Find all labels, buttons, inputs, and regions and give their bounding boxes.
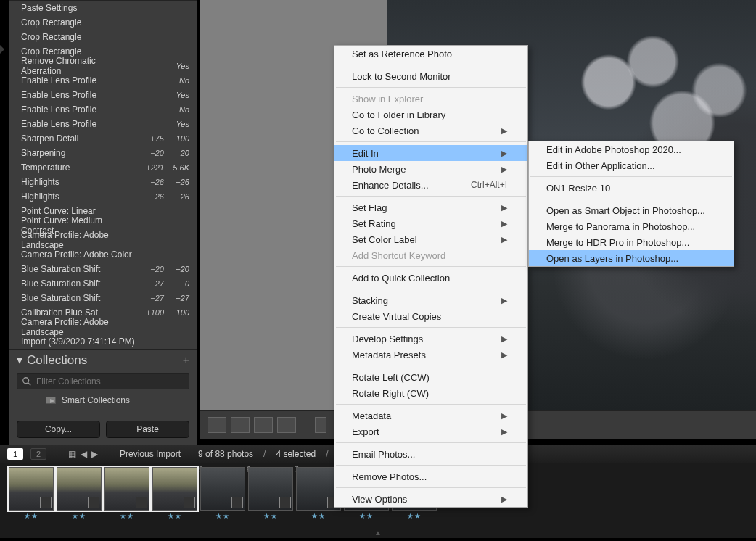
menu-item[interactable]: Add to Quick Collection [334, 270, 527, 286]
history-list[interactable]: Paste Settings Crop Rectangle Crop Recta… [9, 1, 197, 349]
menu-item[interactable]: Rotate Right (CW) [334, 385, 527, 401]
menu-item[interactable]: Open as Layers in Photoshop... [529, 250, 734, 266]
chevron-right-icon: ▶ [480, 495, 507, 504]
history-row[interactable]: Temperature +221 5.6K [9, 160, 197, 175]
previous-import-label[interactable]: Previous Import [120, 449, 181, 459]
menu-item[interactable]: Merge to HDR Pro in Photoshop... [529, 234, 734, 250]
history-label: Blue Saturation Shift [17, 293, 135, 303]
thumb-stars[interactable]: ★★ [311, 512, 326, 520]
thumb-stars[interactable]: ★★ [263, 512, 278, 520]
history-row[interactable]: Enable Lens Profile Yes [9, 117, 197, 131]
thumbnail[interactable] [200, 467, 245, 511]
page-2[interactable]: 2 [30, 448, 46, 460]
menu-item-label: Edit in Other Application... [546, 160, 655, 171]
prev-icon[interactable]: ◀ [81, 449, 87, 459]
thumbnail[interactable] [104, 467, 149, 511]
collections-header[interactable]: ▾ Collections + [9, 349, 197, 371]
history-row[interactable]: Enable Lens Profile No [9, 102, 197, 117]
paste-button[interactable]: Paste [106, 421, 189, 438]
view-mode-loupe[interactable] [208, 417, 226, 433]
menu-item[interactable]: ON1 Resize 10 [529, 180, 734, 196]
thumb-stars[interactable]: ★★ [215, 512, 230, 520]
history-row[interactable]: Enable Lens Profile Yes [9, 88, 197, 102]
menu-item[interactable]: Enhance Details...Ctrl+Alt+I [334, 177, 527, 193]
history-row[interactable]: Remove Chromatic Aberration Yes [9, 59, 197, 73]
next-icon[interactable]: ▶ [91, 449, 98, 459]
history-row[interactable]: Blue Saturation Shift −27 0 [9, 276, 197, 291]
menu-item[interactable]: Set Color Label▶ [334, 231, 527, 247]
resize-handle-bottom[interactable]: ▲ [0, 526, 756, 538]
menu-item-label: Email Photos... [352, 449, 415, 460]
history-row[interactable]: Camera Profile: Adobe Landscape [9, 320, 197, 334]
view-mode-before-after[interactable] [231, 417, 250, 433]
toolbar-checkbox[interactable] [315, 417, 326, 433]
menu-item[interactable]: Metadata▶ [334, 408, 527, 424]
history-prev-value: −26 [135, 178, 164, 186]
menu-item[interactable]: Rotate Left (CCW) [334, 369, 527, 385]
history-row[interactable]: Sharpening −20 20 [9, 146, 197, 160]
thumbnail[interactable] [152, 467, 197, 511]
menu-item[interactable]: Edit in Adobe Photoshop 2020... [529, 141, 734, 157]
menu-item[interactable]: Open as Smart Object in Photoshop... [529, 202, 734, 218]
history-row[interactable]: Import (3/9/2020 7:41:14 PM) [9, 334, 197, 349]
chevron-right-icon: ▶ [480, 235, 507, 244]
grid-icon[interactable]: ▦ [68, 449, 76, 459]
menu-item[interactable]: View Options▶ [334, 491, 527, 507]
history-row[interactable]: Camera Profile: Adobe Color [9, 247, 197, 262]
history-row[interactable]: Blue Saturation Shift −20 −20 [9, 262, 197, 276]
thumbnail[interactable] [9, 467, 54, 511]
history-row[interactable]: Camera Profile: Adobe Landscape [9, 233, 197, 247]
menu-item[interactable]: Email Photos... [334, 446, 527, 462]
thumb-stars[interactable]: ★★ [407, 512, 422, 520]
thumb-stars[interactable]: ★★ [120, 512, 134, 520]
menu-item[interactable]: Set Flag▶ [334, 199, 527, 215]
chevron-right-icon: ▶ [480, 165, 507, 174]
history-prev-value: −20 [135, 149, 164, 157]
history-row[interactable]: Highlights −26 −26 [9, 189, 197, 204]
history-row[interactable]: Enable Lens Profile No [9, 73, 197, 88]
thumb-badge-icon [231, 497, 243, 508]
menu-item-label: Metadata Presets [352, 350, 426, 360]
filter-collections[interactable] [17, 373, 189, 389]
menu-item[interactable]: Export▶ [334, 424, 527, 439]
menu-item[interactable]: Stacking▶ [334, 292, 527, 308]
expand-panel-icon[interactable] [0, 45, 4, 54]
menu-item[interactable]: Lock to Second Monitor [334, 68, 527, 84]
menu-item[interactable]: Develop Settings▶ [334, 331, 527, 347]
history-row[interactable]: Paste Settings [9, 1, 197, 15]
history-row[interactable]: Highlights −26 −26 [9, 175, 197, 189]
menu-item[interactable]: Edit in Other Application... [529, 157, 734, 173]
thumb-stars[interactable]: ★★ [168, 512, 182, 520]
history-row[interactable]: Sharpen Detail +75 100 [9, 131, 197, 146]
history-row[interactable]: Blue Saturation Shift −27 −27 [9, 291, 197, 305]
menu-item[interactable]: Create Virtual Copies [334, 308, 527, 324]
add-collection-button[interactable]: + [183, 354, 189, 367]
history-row[interactable]: Crop Rectangle [9, 30, 197, 44]
copy-button[interactable]: Copy... [17, 421, 100, 438]
history-row[interactable]: Crop Rectangle [9, 15, 197, 30]
thumb-stars[interactable]: ★★ [72, 512, 86, 520]
menu-item[interactable]: Set as Reference Photo [334, 46, 527, 62]
thumb-stars[interactable]: ★★ [24, 512, 38, 520]
menu-separator [336, 327, 526, 328]
menu-item[interactable]: Merge to Panorama in Photoshop... [529, 218, 734, 234]
menu-item[interactable]: Go to Folder in Library [334, 107, 527, 123]
menu-item-label: Set Flag [352, 202, 387, 213]
menu-item[interactable]: Metadata Presets▶ [334, 347, 527, 363]
thumb-stars[interactable]: ★★ [359, 512, 374, 520]
thumbnail[interactable] [248, 467, 293, 511]
view-mode-split-h[interactable] [254, 417, 273, 433]
page-1[interactable]: 1 [7, 448, 23, 460]
menu-item[interactable]: Set Rating▶ [334, 215, 527, 231]
menu-item[interactable]: Edit In▶ [334, 145, 527, 161]
view-mode-split-v[interactable] [277, 417, 296, 433]
menu-item[interactable]: Go to Collection▶ [334, 123, 527, 139]
thumbnail[interactable] [57, 467, 102, 511]
menu-item[interactable]: Photo Merge▶ [334, 161, 527, 177]
menu-item-label: Set as Reference Photo [352, 49, 452, 59]
smart-collections-row[interactable]: ▸ Smart Collections [9, 392, 197, 408]
menu-item-label: Remove Photos... [352, 471, 427, 482]
menu-item[interactable]: Remove Photos... [334, 468, 527, 484]
history-label: Enable Lens Profile [17, 75, 135, 86]
filter-collections-input[interactable] [36, 376, 184, 387]
